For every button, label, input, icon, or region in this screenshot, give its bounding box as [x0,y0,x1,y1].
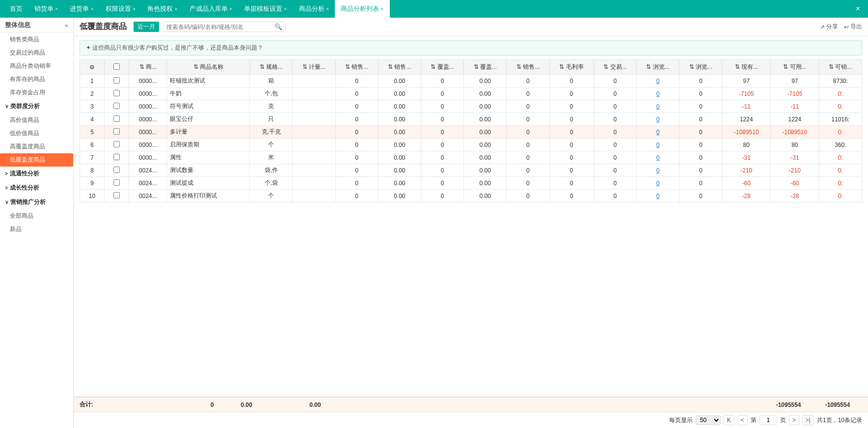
td-browse1[interactable]: 0 [637,190,679,202]
nav-role-auth[interactable]: 角色授权 × [141,0,183,18]
nav-finished-close-icon[interactable]: × [229,0,232,18]
browse-link[interactable]: 0 [656,129,660,136]
sidebar-item-all-products[interactable]: 全部商品 [0,209,73,223]
window-close-button[interactable]: × [852,4,864,13]
sidebar-item-sales-products[interactable]: 销售类商品 [0,33,73,46]
date-filter-button[interactable]: 近一月 [134,22,159,32]
td-checkbox[interactable] [105,177,129,190]
sidebar-item-high-value[interactable]: 高价值商品 [0,114,73,127]
row-checkbox[interactable] [113,141,120,147]
sidebar-item-low-value[interactable]: 低价值商品 [0,127,73,140]
td-browse1[interactable]: 0 [637,151,679,164]
td-checkbox[interactable] [105,126,129,139]
td-checkbox[interactable] [105,113,129,126]
nav-purchase-order[interactable]: 进货单 × [64,0,99,18]
td-checkbox[interactable] [105,139,129,151]
th-sales3[interactable]: ⇅ 销售... [507,60,549,75]
sidebar-item-category-turnover[interactable]: 商品分类动销率 [0,59,73,73]
browse-link[interactable]: 0 [656,154,660,161]
prev-page-button[interactable]: < [737,415,748,425]
nav-product-analysis-list[interactable]: 商品分析列表 × [335,0,389,18]
row-checkbox[interactable] [113,103,120,109]
nav-finished-goods[interactable]: 产成品入库单 × [184,0,238,18]
nav-sales-close-icon[interactable]: × [55,0,58,18]
th-settings[interactable]: ⚙ [80,60,105,75]
td-checkbox[interactable] [105,151,129,164]
th-name[interactable]: ⇅ 商品名称 [167,60,250,75]
nav-product-analysis[interactable]: 商品分析 × [293,0,335,18]
nav-home[interactable]: 首页 [4,0,28,18]
th-spec[interactable]: ⇅ 规格... [250,60,293,75]
sidebar-item-new-products[interactable]: 新品 [0,223,73,236]
browse-link[interactable]: 0 [656,90,660,97]
th-available[interactable]: ⇅ 可用... [771,60,819,75]
browse-link[interactable]: 0 [656,167,660,174]
row-checkbox[interactable] [113,154,120,160]
sidebar-section-cluster-analysis[interactable]: ∨ 类群度分析 [0,99,73,114]
browse-link[interactable]: 0 [656,78,660,85]
row-checkbox[interactable] [113,77,120,84]
td-browse1[interactable]: 0 [637,164,679,177]
row-checkbox[interactable] [113,167,120,173]
sidebar-item-traded-products[interactable]: 交易过的商品 [0,46,73,59]
sidebar-section-marketing[interactable]: ∨ 营销推广分析 [0,195,73,209]
sidebar-section-liquidity[interactable]: > 流通性分析 [0,167,73,181]
th-cover2[interactable]: ⇅ 覆盖... [464,60,507,75]
sidebar-section-growth[interactable]: > 成长性分析 [0,181,73,195]
td-browse1[interactable]: 0 [637,139,679,151]
th-saleable[interactable]: ⇅ 可销... [819,60,862,75]
td-checkbox[interactable] [105,75,129,87]
th-gross[interactable]: ⇅ 毛利率 [549,60,594,75]
th-trade[interactable]: ⇅ 交易... [594,60,636,75]
td-browse1[interactable]: 0 [637,87,679,100]
th-current[interactable]: ⇅ 现有... [722,60,771,75]
th-unit[interactable]: ⇅ 计量... [293,60,335,75]
nav-list-close-icon[interactable]: × [380,0,383,18]
td-checkbox[interactable] [105,190,129,202]
share-button[interactable]: ↗ 分享 [820,23,838,31]
browse-link[interactable]: 0 [656,142,660,148]
row-checkbox[interactable] [113,192,120,199]
export-button[interactable]: ↩ 导出 [844,23,862,31]
th-code[interactable]: ⇅ 商... [129,60,167,75]
th-checkbox[interactable] [105,60,129,75]
row-checkbox[interactable] [113,179,120,186]
nav-template-close-icon[interactable]: × [284,0,287,18]
sidebar-item-low-coverage[interactable]: 低覆盖度商品 [0,153,73,167]
nav-template-settings[interactable]: 单据模板设置 × [238,0,293,18]
sidebar-item-inventory-capital[interactable]: 库存资金占用 [0,86,73,99]
td-browse1[interactable]: 0 [637,100,679,113]
last-page-button[interactable]: >| [802,415,814,425]
browse-link[interactable]: 0 [656,103,660,110]
nav-sales-order[interactable]: 销货单 × [28,0,64,18]
th-sales2[interactable]: ⇅ 销售... [378,60,421,75]
th-sales1[interactable]: ⇅ 销售... [335,60,378,75]
browse-link[interactable]: 0 [656,180,660,187]
td-browse1[interactable]: 0 [637,113,679,126]
td-browse1[interactable]: 0 [637,126,679,139]
row-checkbox[interactable] [113,115,120,122]
nav-role-close-icon[interactable]: × [174,0,177,18]
browse-link[interactable]: 0 [656,116,660,123]
per-page-select[interactable]: 50 20 100 [696,415,721,425]
first-page-button[interactable]: K [724,415,734,425]
th-cover1[interactable]: ⇅ 覆盖... [421,60,463,75]
row-checkbox[interactable] [113,90,120,96]
td-browse1[interactable]: 0 [637,177,679,190]
search-input[interactable] [166,24,274,30]
browse-link[interactable]: 0 [656,193,660,200]
select-all-checkbox[interactable] [113,63,120,70]
nav-permission-settings[interactable]: 权限设置 × [100,0,141,18]
td-checkbox[interactable] [105,100,129,113]
sidebar-item-stocked-products[interactable]: 有库存的商品 [0,73,73,86]
th-browse1[interactable]: ⇅ 浏览... [637,60,679,75]
data-table-wrapper[interactable]: ⚙ ⇅ 商... ⇅ 商品名称 ⇅ 规格... ⇅ 计量... ⇅ 销售... … [80,59,862,397]
td-browse1[interactable]: 0 [637,75,679,87]
sidebar-collapse-button[interactable]: « [65,22,68,29]
page-number-input[interactable] [760,415,777,425]
th-browse2[interactable]: ⇅ 浏览... [679,60,722,75]
row-checkbox[interactable] [113,128,120,135]
nav-product-close-icon[interactable]: × [326,0,329,18]
sidebar-item-high-coverage[interactable]: 高覆盖度商品 [0,140,73,153]
next-page-button[interactable]: > [789,415,799,425]
